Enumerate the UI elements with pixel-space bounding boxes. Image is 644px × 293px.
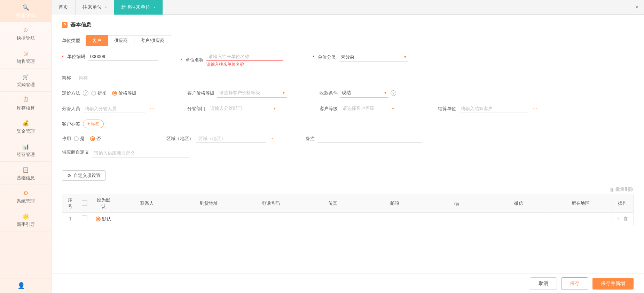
sidebar-bottom[interactable]: 👤 ⋯ (0, 278, 51, 293)
form-group-manager: 分管人员 ··· (62, 105, 187, 113)
set-default-radio[interactable]: 默认 (95, 216, 112, 222)
remark-label: 备注 (306, 136, 315, 142)
address-input[interactable] (182, 216, 236, 221)
dept-select[interactable]: 请输入分管部门 ▾ (208, 104, 278, 113)
short-name-input[interactable] (77, 74, 146, 82)
sidebar-item-basic-info[interactable]: 📋 基础信息 (0, 162, 51, 185)
sidebar-item-inventory[interactable]: 🗄 库存核算 (0, 92, 51, 115)
unit-name-input[interactable] (206, 52, 283, 61)
supplier-custom-input[interactable] (92, 149, 189, 157)
sidebar-item-system[interactable]: ⚙ 系统管理 (0, 185, 51, 208)
radio-discount[interactable]: 折扣 (91, 90, 107, 96)
customer-level-select[interactable]: 请选择客户等级 ▾ (340, 104, 396, 113)
customer-level-placeholder: 请选择客户等级 (343, 105, 374, 112)
radio-disabled-yes[interactable]: 是 (74, 136, 85, 142)
form-row-pricing: 定价方法 ? 折扣 价格等级 客户价格等级 请选择客户价格等级 (62, 88, 634, 98)
radio-price-level[interactable]: 价格等级 (112, 90, 136, 96)
section-title: 基本信息 (70, 22, 91, 28)
cell-qq[interactable] (426, 213, 488, 225)
col-qq: qq (426, 194, 488, 213)
unit-btn-supplier[interactable]: 供应商 (108, 35, 134, 46)
required-star-code: * (62, 54, 64, 59)
custom-settings-button[interactable]: ⚙ 自定义项设置 (62, 170, 106, 181)
sidebar-item-quick-nav[interactable]: ⊙ 快捷导航 (0, 22, 51, 45)
cell-default[interactable]: 默认 (91, 213, 116, 225)
cell-fax[interactable] (302, 213, 364, 225)
form-group-customer-level: 客户等级 请选择客户等级 ▾ (320, 104, 438, 113)
remark-input[interactable] (317, 135, 422, 143)
sidebar-item-label: 采购管理 (17, 82, 35, 88)
cell-contact[interactable] (116, 213, 178, 225)
unit-btn-customer[interactable]: 客户 (86, 35, 108, 46)
batch-delete-label[interactable]: 批量删除 (615, 186, 634, 193)
price-level-select[interactable]: 请选择客户价格等级 ▾ (217, 88, 287, 98)
sidebar-item-sales[interactable]: ◎ 销售管理 (0, 45, 51, 68)
unit-btn-both[interactable]: 客户/供应商 (134, 35, 171, 46)
sidebar: 🔍 搜索菜单 ⊙ 快捷导航 ◎ 销售管理 🛒 采购管理 🗄 库存核算 💰 资金管… (0, 0, 52, 293)
cell-checkbox[interactable] (78, 213, 91, 225)
tab-partners-close[interactable]: × (105, 5, 107, 9)
settlement-input[interactable] (459, 105, 528, 113)
section-basic-info: P 基本信息 (62, 22, 634, 28)
cell-email[interactable] (364, 213, 426, 225)
sidebar-item-search[interactable]: 🔍 搜索菜单 (0, 0, 51, 22)
cell-address[interactable] (178, 213, 240, 225)
contact-input[interactable] (120, 216, 174, 221)
add-tag-button[interactable]: + 标签 (83, 120, 104, 128)
col-region: 所在地区 (550, 194, 612, 213)
sidebar-item-label: 资金管理 (17, 128, 35, 135)
unit-code-input[interactable] (88, 52, 158, 61)
save-new-button[interactable]: 保存并新增 (592, 278, 634, 290)
sidebar-item-finance[interactable]: 💰 资金管理 (0, 115, 51, 138)
add-row-icon[interactable]: + (615, 216, 621, 222)
form-group-settlement: 结算单位 ··· (438, 105, 634, 113)
col-checkbox[interactable] (78, 194, 91, 213)
sidebar-item-label: 库存核算 (17, 105, 35, 111)
email-input[interactable] (368, 216, 422, 221)
col-default: 设为默认 (91, 194, 116, 213)
settlement-more-icon[interactable]: ··· (531, 106, 539, 112)
region-input[interactable] (196, 135, 266, 143)
sidebar-user-icon: 👤 (17, 282, 25, 290)
cell-index: 1 (62, 213, 78, 225)
wechat-input[interactable] (492, 216, 546, 221)
tab-new-partner[interactable]: 新增往来单位 × (114, 0, 163, 15)
cancel-button[interactable]: 取消 (530, 277, 557, 290)
tab-new-partner-close[interactable]: × (153, 5, 155, 9)
col-fax: 传真 (302, 194, 364, 213)
cell-region[interactable] (550, 213, 612, 225)
tab-home[interactable]: 首页 (52, 0, 76, 15)
window-close-button[interactable]: × (635, 4, 644, 10)
manager-more-icon[interactable]: ··· (148, 106, 156, 112)
qq-input[interactable] (430, 216, 484, 221)
unit-name-error: 请输入往来单位名称 (206, 62, 283, 67)
sidebar-item-operations[interactable]: 📊 经营管理 (0, 138, 51, 162)
fax-input[interactable] (306, 216, 360, 221)
region-cell-input[interactable] (553, 216, 608, 221)
pricing-help-icon[interactable]: ? (83, 90, 88, 96)
sidebar-item-purchase[interactable]: 🛒 采购管理 (0, 68, 51, 92)
cell-phone[interactable] (240, 213, 302, 225)
col-contact: 联系人 (116, 194, 178, 213)
customer-level-label: 客户等级 (320, 106, 338, 112)
region-more-icon[interactable]: ··· (269, 136, 276, 142)
save-button[interactable]: 保存 (561, 277, 588, 290)
row-checkbox[interactable] (82, 215, 87, 221)
form-group-name: * 单位名称 请输入往来单位名称 (180, 52, 313, 67)
delete-row-icon[interactable]: 🗑 (622, 216, 630, 222)
unit-category-select[interactable]: 未分类 ▾ (339, 52, 408, 62)
default-label: 默认 (102, 216, 111, 222)
payment-select[interactable]: 现结 ▾ (340, 88, 388, 98)
form-group-payment: 收款条件 现结 ▾ ? (320, 88, 634, 98)
radio-disabled-no[interactable]: 否 (90, 136, 101, 142)
purchase-icon: 🛒 (22, 73, 30, 80)
table-row: 1 默认 (62, 213, 634, 225)
manager-input[interactable] (83, 105, 146, 113)
cell-wechat[interactable] (488, 213, 550, 225)
payment-help-icon[interactable]: ? (391, 90, 396, 96)
sidebar-item-guide[interactable]: 🌟 新手引导 (0, 208, 51, 231)
tab-partners[interactable]: 往来单位 × (76, 0, 114, 15)
phone-input[interactable] (244, 216, 298, 221)
select-all-checkbox[interactable] (82, 200, 87, 206)
search-icon: 🔍 (22, 3, 30, 11)
